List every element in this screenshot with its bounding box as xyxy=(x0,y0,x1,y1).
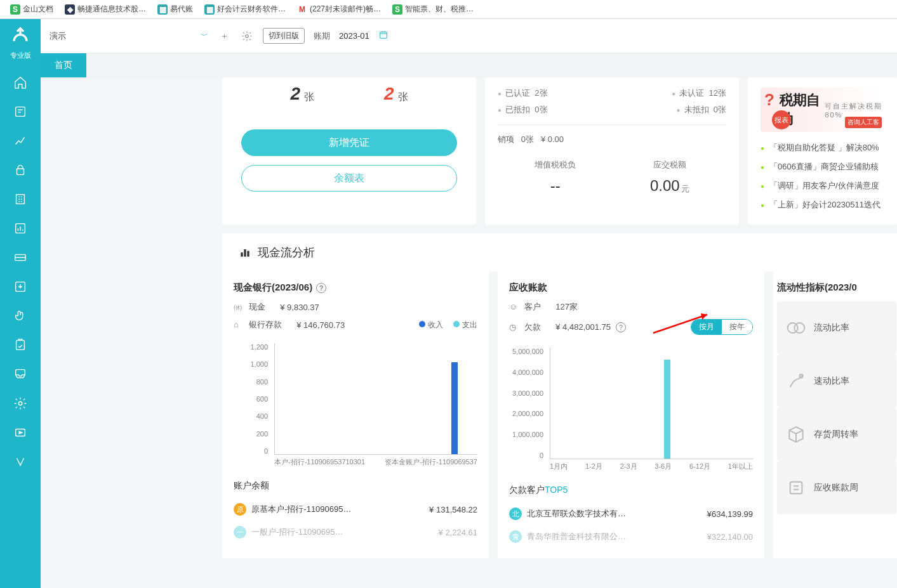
nav-inbox-icon[interactable] xyxy=(0,360,41,389)
top5-row[interactable]: 北北京互帮联众数字技术有…¥634,139.99 xyxy=(509,502,753,525)
news-item[interactable]: 「调研」用友客户/伙伴满意度 xyxy=(761,176,884,195)
switch-old-version-button[interactable]: 切到旧版 xyxy=(263,28,305,44)
nav-voucher-icon[interactable] xyxy=(0,97,41,126)
svg-rect-0 xyxy=(16,107,25,117)
nav-clipboard-icon[interactable] xyxy=(0,330,41,360)
svg-rect-9 xyxy=(380,32,387,38)
cashflow-section-title: 现金流分析 xyxy=(222,233,897,271)
metric-receivable-turnover[interactable]: 应收账款周 xyxy=(777,461,896,514)
company-name: 演示 xyxy=(50,30,66,42)
customer-badge-icon: 青 xyxy=(509,530,522,543)
voucher-count-1: 2 xyxy=(290,84,300,104)
period-label: 账期 xyxy=(314,30,330,42)
logo-label: 专业版 xyxy=(10,51,31,60)
receivable-card: 应收账款 ☺客户 127家 ◷欠款 ¥ 4,482,001.75 ? 按月 按年… xyxy=(498,271,764,558)
gear-icon[interactable] xyxy=(240,29,254,43)
account-badge-icon: 一 xyxy=(234,526,246,539)
bookmark-item[interactable]: S智能票、财、税推… xyxy=(389,3,477,16)
promo-banner[interactable]: ? 税期自助 可自主解决税期 80% 报表 咨询人工客 xyxy=(761,88,884,132)
svg-point-6 xyxy=(18,402,22,405)
bookmark-item[interactable]: ▦好会计云财务软件… xyxy=(201,3,289,16)
bookmark-item[interactable]: M(227封未读邮件)畅… xyxy=(293,3,385,16)
bookmark-item[interactable]: S金山文档 xyxy=(6,3,57,16)
nav-money-icon[interactable] xyxy=(0,155,41,185)
help-icon[interactable]: ? xyxy=(316,283,326,293)
bank-icon: ⌂ xyxy=(234,320,244,330)
metric-current-ratio[interactable]: 流动比率 xyxy=(777,301,896,355)
svg-rect-10 xyxy=(241,252,243,257)
voucher-count-2: 2 xyxy=(384,84,394,104)
news-item[interactable]: 「上新」好会计20230511迭代 xyxy=(761,195,884,214)
news-item[interactable]: 「税期自助化答疑 」解决80% xyxy=(761,138,884,157)
nav-report-icon[interactable] xyxy=(0,214,41,243)
toggle-month[interactable]: 按月 xyxy=(691,320,722,334)
tabs: 首页 xyxy=(41,53,897,77)
sidebar: 专业版 xyxy=(0,19,41,588)
liquidity-card: 流动性指标(2023/0 流动比率 速动比率 存货周转率 应收账款周 xyxy=(773,271,897,558)
balance-sheet-button[interactable]: 余额表 xyxy=(241,165,457,192)
top5-row[interactable]: 青青岛华胜普金科技有限公…¥322,140.00 xyxy=(509,525,753,548)
logo-icon xyxy=(8,24,33,49)
bookmark-item[interactable]: ▦易代账 xyxy=(154,3,197,16)
vat-value: -- xyxy=(535,177,576,195)
help-icon[interactable]: ? xyxy=(616,322,626,332)
company-selector[interactable]: 演示 ﹀ xyxy=(50,30,208,42)
clock-icon: ◷ xyxy=(509,322,519,332)
svg-rect-5 xyxy=(17,341,25,350)
bookmark-item[interactable]: ◆畅捷通信息技术股… xyxy=(61,3,150,16)
svg-point-16 xyxy=(794,323,804,333)
period-toggle: 按月 按年 xyxy=(691,319,753,335)
news-list: 「税期自助化答疑 」解决80% 「0606直播」商贸企业辅助核 「调研」用友客户… xyxy=(761,138,884,214)
nav-video-icon[interactable] xyxy=(0,418,41,447)
svg-rect-1 xyxy=(17,195,25,204)
account-row[interactable]: 一一般户-招行-11090695…¥ 2,224.61 xyxy=(234,521,477,544)
yen-icon: ㉁ xyxy=(234,302,244,312)
account-row[interactable]: 原原基本户-招行-11090695…¥ 131,548.22 xyxy=(234,498,477,521)
chevron-down-icon: ﹀ xyxy=(201,30,208,41)
invoice-card: 已认证 2张 未认证 12张 已抵扣 0张 未抵扣 0张 销项 0张 ¥ 0.0… xyxy=(485,77,739,225)
svg-rect-12 xyxy=(247,251,249,257)
svg-rect-18 xyxy=(790,482,802,494)
nav-settings-icon[interactable] xyxy=(0,389,41,418)
nav-chart-icon[interactable] xyxy=(0,126,41,155)
cash-chart: 1,2001,0008006004002000 本户-招行-1109069537… xyxy=(234,343,477,470)
user-icon: ☺ xyxy=(509,302,519,312)
cash-bank-card: 现金银行(2023/06)? ㉁现金 ¥ 9,830.37 ⌂银行存款 ¥ 14… xyxy=(222,271,489,558)
news-item[interactable]: 「0606直播」商贸企业辅助核 xyxy=(761,157,884,176)
svg-rect-11 xyxy=(244,249,246,257)
banner-consult-button[interactable]: 咨询人工客 xyxy=(845,117,882,128)
voucher-card: 2张 2张 新增凭证 余额表 xyxy=(222,77,476,225)
news-card: ? 税期自助 可自主解决税期 80% 报表 咨询人工客 「税期自助化答疑 」解决… xyxy=(748,77,897,225)
account-balance-title: 账户余额 xyxy=(234,480,477,492)
nav-v-icon[interactable] xyxy=(0,447,41,476)
nav-home-icon[interactable] xyxy=(0,68,41,97)
tax-due-value: 0.00 xyxy=(650,177,680,195)
period-value: 2023-01 xyxy=(339,31,369,41)
toggle-year[interactable]: 按年 xyxy=(722,320,752,334)
account-badge-icon: 原 xyxy=(234,503,246,516)
new-voucher-button[interactable]: 新增凭证 xyxy=(241,129,457,156)
nav-download-icon[interactable] xyxy=(0,272,41,301)
customer-badge-icon: 北 xyxy=(509,507,522,520)
question-icon: ? xyxy=(764,90,774,110)
metric-quick-ratio[interactable]: 速动比率 xyxy=(777,355,896,408)
metric-inventory-turnover[interactable]: 存货周转率 xyxy=(777,408,896,461)
add-icon[interactable]: ＋ xyxy=(217,29,231,43)
banner-badge: 报表 xyxy=(772,110,791,129)
topbar: 演示 ﹀ ＋ 切到旧版 账期 2023-01 xyxy=(41,19,897,53)
bookmarks-bar: S金山文档 ◆畅捷通信息技术股… ▦易代账 ▦好会计云财务软件… M(227封未… xyxy=(0,0,897,19)
nav-ticket-icon[interactable] xyxy=(0,243,41,272)
nav-hand-icon[interactable] xyxy=(0,301,41,330)
nav-building-icon[interactable] xyxy=(0,185,41,214)
calendar-icon[interactable] xyxy=(378,30,389,42)
receivable-chart: 5,000,0004,000,0003,000,0002,000,0001,00… xyxy=(509,348,753,474)
tab-home[interactable]: 首页 xyxy=(41,53,86,77)
svg-point-8 xyxy=(246,34,249,37)
